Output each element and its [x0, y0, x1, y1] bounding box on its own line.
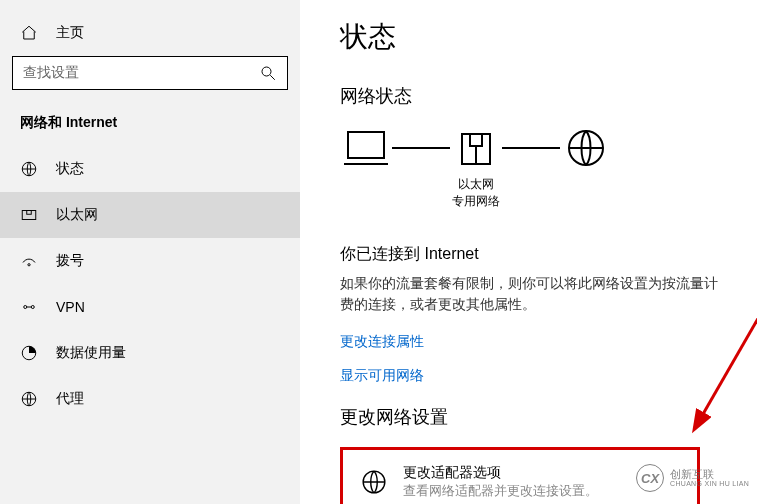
proxy-icon — [20, 390, 38, 408]
home-icon — [20, 24, 38, 42]
nav-label: 数据使用量 — [56, 344, 126, 362]
watermark: CX 创新互联 CHUANG XIN HU LIAN — [636, 464, 749, 492]
svg-rect-2 — [22, 211, 36, 220]
nav-label: 以太网 — [56, 206, 98, 224]
dialup-icon — [20, 252, 38, 270]
home-label: 主页 — [56, 24, 84, 42]
connected-heading: 你已连接到 Internet — [340, 244, 727, 265]
nav-label: 拨号 — [56, 252, 84, 270]
connected-body: 如果你的流量套餐有限制，则你可以将此网络设置为按流量计费的连接，或者更改其他属性… — [340, 273, 720, 315]
diagram-eth-label1: 以太网 — [452, 176, 500, 193]
network-diagram: 以太网 专用网络 — [340, 126, 727, 210]
link-show-networks[interactable]: 显示可用网络 — [340, 367, 727, 385]
search-icon — [259, 64, 277, 82]
network-status-heading: 网络状态 — [340, 84, 727, 108]
watermark-cn: 创新互联 — [670, 468, 749, 480]
data-usage-icon — [20, 344, 38, 362]
watermark-logo-icon: CX — [636, 464, 664, 492]
home-row[interactable]: 主页 — [0, 18, 300, 56]
watermark-en: CHUANG XIN HU LIAN — [670, 480, 749, 488]
search-placeholder: 查找设置 — [23, 64, 79, 82]
category-title: 网络和 Internet — [0, 106, 300, 146]
svg-rect-9 — [348, 132, 384, 158]
vpn-icon — [20, 298, 38, 316]
svg-point-5 — [24, 306, 27, 309]
nav-label: 状态 — [56, 160, 84, 178]
globe-icon — [361, 469, 387, 495]
sidebar-item-status[interactable]: 状态 — [0, 146, 300, 192]
settings-sidebar: 主页 查找设置 网络和 Internet 状态 以太网 — [0, 0, 300, 504]
diagram-line — [502, 126, 560, 170]
main-content: 状态 网络状态 以太网 专用网络 — [300, 0, 757, 504]
diagram-line — [392, 126, 450, 170]
sidebar-item-datausage[interactable]: 数据使用量 — [0, 330, 300, 376]
sidebar-item-vpn[interactable]: VPN — [0, 284, 300, 330]
nav-list: 状态 以太网 拨号 VPN — [0, 146, 300, 422]
svg-rect-11 — [470, 134, 482, 146]
nav-label: 代理 — [56, 390, 84, 408]
adapter-option-desc: 查看网络适配器并更改连接设置。 — [403, 482, 598, 500]
router-icon — [450, 126, 502, 170]
nav-label: VPN — [56, 299, 85, 315]
computer-icon — [340, 126, 392, 170]
sidebar-item-proxy[interactable]: 代理 — [0, 376, 300, 422]
svg-point-4 — [28, 264, 30, 266]
adapter-option-title: 更改适配器选项 — [403, 464, 598, 482]
svg-point-0 — [262, 67, 271, 76]
search-input[interactable]: 查找设置 — [12, 56, 288, 90]
change-settings-heading: 更改网络设置 — [340, 405, 727, 429]
sidebar-item-dialup[interactable]: 拨号 — [0, 238, 300, 284]
ethernet-icon — [20, 206, 38, 224]
globe-icon — [20, 160, 38, 178]
page-title: 状态 — [340, 18, 727, 56]
internet-globe-icon — [560, 126, 612, 170]
link-change-properties[interactable]: 更改连接属性 — [340, 333, 727, 351]
sidebar-item-ethernet[interactable]: 以太网 — [0, 192, 300, 238]
svg-rect-3 — [27, 211, 32, 215]
diagram-eth-label2: 专用网络 — [452, 193, 500, 210]
svg-point-6 — [31, 306, 34, 309]
